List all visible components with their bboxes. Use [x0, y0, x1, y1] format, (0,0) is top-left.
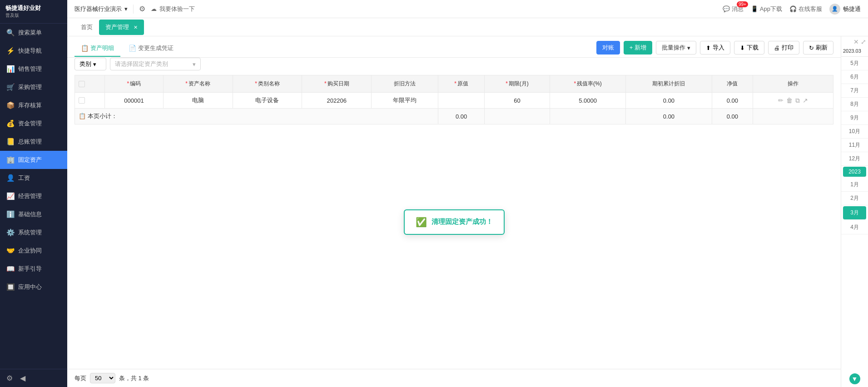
new-button[interactable]: + 新增 [624, 41, 652, 55]
table-wrap: *编码 *资产名称 *类别名称 *购买日期 折旧方法 *原值 *期限(月) *残… [67, 75, 841, 369]
calendar-expand-icon[interactable]: ⤢ [861, 38, 866, 45]
print-button[interactable]: 🖨 打印 [768, 41, 799, 55]
category-filter-label[interactable]: 类别 ▾ [74, 58, 106, 70]
sub-tabs: 📋 资产明细 📄 变更生成凭证 对账 + 新增 批量操作 ▾ ⬆ [67, 36, 841, 58]
more-icon[interactable]: ↗ [803, 97, 808, 104]
delete-icon[interactable]: 🗑 [786, 97, 793, 104]
import-icon: ⬆ [706, 45, 711, 51]
print-label: 打印 [782, 44, 794, 52]
sidebar-item-operations[interactable]: 📈经营管理 [0, 187, 67, 205]
quick-nav-icon: ⚡ [6, 47, 15, 55]
sidebar-label-fixed-assets: 固定资产 [18, 156, 42, 164]
select-all-checkbox[interactable] [79, 81, 85, 87]
online-service-btn[interactable]: 🎧 在线客服 [789, 5, 822, 13]
messages-btn[interactable]: 💬 消息 99+ [723, 5, 744, 13]
toast-message: 清理固定资产成功！ [432, 218, 493, 226]
salary-icon: 👤 [6, 174, 15, 182]
category-filter-chevron: ▾ [93, 61, 96, 68]
cal-month-5[interactable]: 5月 [841, 57, 868, 70]
company-selector[interactable]: 医疗器械行业演示 ▾ [74, 5, 128, 13]
sidebar-item-apps[interactable]: 🔲应用中心 [0, 278, 67, 296]
topbar-divider [133, 5, 134, 14]
category-selector[interactable]: 请选择固定资产类别 ▾ [110, 58, 201, 70]
cal-month-4[interactable]: 4月 [841, 221, 868, 234]
import-button[interactable]: ⬆ 导入 [700, 41, 730, 55]
batch-ops-label: 批量操作 [662, 44, 685, 52]
row-checkbox[interactable] [79, 97, 85, 104]
cal-month-12[interactable]: 12月 [841, 152, 868, 166]
sidebar: 畅捷通好业财 普及版 🔍搜索菜单⚡快捷导航📊销售管理🛒采购管理📦库存核算💰资金管… [0, 0, 67, 387]
cal-month-8[interactable]: 8月 [841, 98, 868, 111]
td-category: 电子设备 [233, 93, 302, 109]
settings-gear-icon[interactable]: ⚙ [139, 5, 145, 13]
td-checkbox [75, 93, 105, 109]
cooperation-icon: 🤝 [6, 247, 15, 255]
batch-ops-button[interactable]: 批量操作 ▾ [656, 41, 696, 55]
download-button[interactable]: ⬇ 下载 [734, 41, 764, 55]
cal-month-1[interactable]: 1月 [841, 178, 868, 192]
sidebar-item-basic-info[interactable]: ℹ️基础信息 [0, 205, 67, 223]
th-checkbox [75, 75, 105, 93]
sub-tab-asset-detail-label: 资产明细 [90, 44, 114, 52]
subtotal-actions [753, 109, 833, 124]
tabs-bar: 首页 资产管理 ✕ [67, 18, 868, 36]
subtotal-row: 📋 本页小计： 0.00 0.00 0.00 [75, 109, 833, 124]
reconcile-button[interactable]: 对账 [596, 41, 620, 55]
operations-icon: 📈 [6, 192, 15, 200]
cal-month-2[interactable]: 2月 [841, 192, 868, 205]
calendar-close-icon[interactable]: ✕ [853, 38, 859, 45]
subtotal-period [484, 109, 550, 124]
cal-scroll-down-btn[interactable]: ▼ [849, 373, 860, 384]
success-icon: ✅ [416, 217, 427, 228]
td-depreciation-method: 年限平均 [372, 93, 438, 109]
basic-info-icon: ℹ️ [6, 210, 15, 218]
cal-year-2023[interactable]: 2023 [843, 167, 866, 177]
td-net-value: 0.00 [712, 93, 753, 109]
cal-month-3-active[interactable]: 3月 [843, 206, 866, 220]
copy-icon[interactable]: ⧉ [795, 97, 800, 104]
per-page-select[interactable]: 50 10 20 100 [90, 373, 115, 383]
sidebar-item-salary[interactable]: 👤工资 [0, 169, 67, 187]
cal-month-10[interactable]: 10月 [841, 125, 868, 139]
td-name: 电脑 [163, 93, 233, 109]
settings-icon[interactable]: ⚙ [6, 374, 13, 382]
td-initial-accumulated: 0.00 [626, 93, 712, 109]
sidebar-item-purchase[interactable]: 🛒采购管理 [0, 78, 67, 96]
sidebar-item-inventory[interactable]: 📦库存核算 [0, 96, 67, 114]
collapse-icon[interactable]: ◀ [20, 374, 25, 382]
sidebar-item-fixed-assets[interactable]: 🏢固定资产 [0, 151, 67, 169]
sidebar-item-search[interactable]: 🔍搜索菜单 [0, 24, 67, 42]
th-actions: 操作 [753, 75, 833, 93]
sidebar-label-basic-info: 基础信息 [18, 210, 42, 218]
sidebar-item-quick-nav[interactable]: ⚡快捷导航 [0, 42, 67, 60]
sidebar-item-system[interactable]: ⚙️系统管理 [0, 223, 67, 242]
th-purchase-date: *购买日期 [302, 75, 372, 93]
sidebar-item-cooperation[interactable]: 🤝企业协同 [0, 242, 67, 260]
app-download-btn[interactable]: 📱 App下载 [751, 5, 782, 13]
sidebar-item-sales[interactable]: 📊销售管理 [0, 60, 67, 78]
sub-tab-asset-detail[interactable]: 📋 资产明细 [74, 41, 120, 57]
refresh-label: 刷新 [816, 44, 828, 52]
edit-icon[interactable]: ✏ [778, 97, 784, 104]
tab-home[interactable]: 首页 [74, 20, 99, 35]
refresh-icon: ↻ [809, 45, 814, 51]
cal-month-6[interactable]: 6月 [841, 70, 868, 84]
topbar: 医疗器械行业演示 ▾ ⚙ ☁ 我要体验一下 💬 消息 99+ 📱 App下载 🎧… [67, 0, 868, 18]
ledger-icon: 📒 [6, 138, 15, 146]
sidebar-item-fund[interactable]: 💰资金管理 [0, 114, 67, 133]
system-icon: ⚙️ [6, 228, 15, 237]
tab-close-icon[interactable]: ✕ [134, 25, 138, 30]
sub-tab-change-voucher[interactable]: 📄 变更生成凭证 [122, 41, 180, 57]
td-period: 60 [484, 93, 550, 109]
cal-month-9[interactable]: 9月 [841, 111, 868, 125]
td-code: 000001 [105, 93, 164, 109]
sidebar-item-ledger[interactable]: 📒总账管理 [0, 133, 67, 151]
cal-month-11[interactable]: 11月 [841, 139, 868, 152]
cal-month-7[interactable]: 7月 [841, 84, 868, 98]
user-info[interactable]: 👤 畅捷通 [829, 4, 861, 15]
sidebar-item-guide[interactable]: 📖新手引导 [0, 260, 67, 278]
refresh-button[interactable]: ↻ 刷新 [803, 41, 833, 55]
tab-asset-mgmt[interactable]: 资产管理 ✕ [99, 20, 144, 35]
success-toast: ✅ 清理固定资产成功！ [404, 209, 505, 235]
experience-btn[interactable]: ☁ 我要体验一下 [151, 5, 195, 13]
